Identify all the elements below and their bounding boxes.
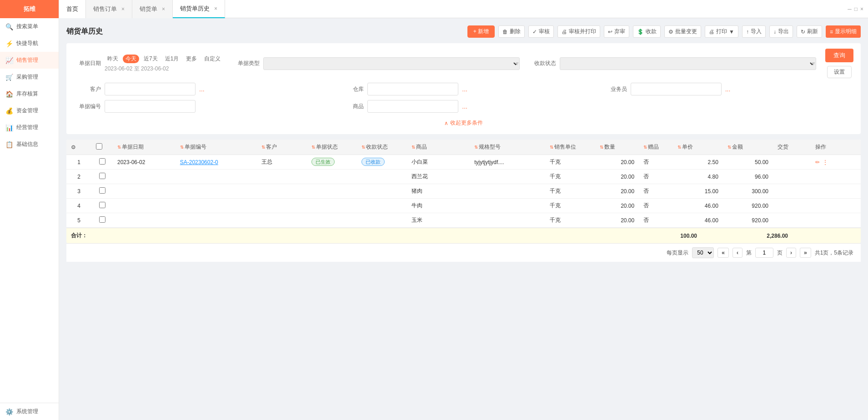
delete-button[interactable]: 🗑 删除 (498, 25, 525, 38)
maximize-btn[interactable]: □ (854, 6, 858, 12)
salesperson-ellipsis-btn[interactable]: ... (725, 85, 731, 93)
sidebar-item-purchase-mgmt[interactable]: 🛒 采购管理 (0, 69, 59, 85)
row-checkbox[interactable] (99, 158, 105, 165)
col-docstatus-header[interactable]: ⇅单据状态 (307, 140, 357, 155)
row-checkbox-cell[interactable] (91, 155, 113, 170)
col-checkbox-header[interactable] (91, 140, 113, 155)
row-docno[interactable] (176, 184, 257, 199)
goods-input[interactable] (367, 100, 458, 113)
col-spec-header[interactable]: ⇅规格型号 (470, 140, 545, 155)
import-button[interactable]: ↑ 导入 (742, 25, 766, 38)
payment-status-select[interactable] (560, 57, 816, 70)
page-size-select[interactable]: 50 (692, 247, 714, 258)
minimize-btn[interactable]: ─ (848, 6, 852, 12)
docno-input[interactable] (105, 100, 196, 113)
last-page-btn[interactable]: » (800, 248, 811, 258)
row-customer (257, 199, 307, 213)
date-tag-yesterday[interactable]: 昨天 (105, 55, 121, 63)
row-checkbox-cell[interactable] (91, 199, 113, 213)
sidebar-item-sys-mgmt[interactable]: ⚙️ 系统管理 (0, 403, 59, 420)
payment-status-dropdown-icon: ▼ (811, 60, 816, 67)
close-btn-window[interactable]: × (860, 6, 863, 12)
audit-print-button[interactable]: 🖨 审核并打印 (557, 25, 600, 38)
sidebar-item-quick-nav[interactable]: ⚡ 快捷导航 (0, 35, 59, 52)
row-checkbox-cell[interactable] (91, 213, 113, 228)
tab-bar: 首页 销售订单 × 销货单 × 销货单历史 × ─ □ × (59, 0, 868, 18)
row-docno[interactable] (176, 170, 257, 184)
tab-sales-goods-close[interactable]: × (162, 6, 165, 12)
doc-no-link[interactable]: SA-20230602-0 (180, 159, 218, 165)
col-customer-header[interactable]: ⇅客户 (257, 140, 307, 155)
tab-sales-goods[interactable]: 销货单 × (132, 0, 173, 18)
tab-home[interactable]: 首页 (59, 0, 86, 18)
tab-sales-history[interactable]: 销货单历史 × (173, 0, 225, 18)
col-price-header[interactable]: ⇅单价 (673, 140, 723, 155)
goods-ellipsis-btn[interactable]: ... (462, 103, 467, 110)
row-num: 3 (66, 184, 91, 199)
col-date-header[interactable]: ⇅单据日期 (113, 140, 176, 155)
collect-button[interactable]: 💲 收款 (633, 25, 661, 38)
collapse-button[interactable]: ∧ 收起更多条件 (74, 117, 853, 129)
page-label-post: 页 (777, 249, 783, 257)
col-qty-header[interactable]: ⇅数量 (595, 140, 639, 155)
col-settings[interactable]: ⚙ (66, 140, 91, 155)
row-trade (773, 184, 811, 199)
more-action-btn[interactable]: ⋮ (823, 159, 828, 165)
customer-input[interactable] (105, 83, 196, 95)
col-paystatus-header[interactable]: ⇅收款状态 (357, 140, 407, 155)
sidebar-item-finance[interactable]: 💰 资金管理 (0, 102, 59, 119)
row-docno[interactable] (176, 213, 257, 228)
first-page-btn[interactable]: « (717, 248, 729, 258)
tab-sales-history-close[interactable]: × (214, 5, 217, 12)
prev-page-btn[interactable]: ‹ (733, 248, 743, 258)
sidebar-item-inventory[interactable]: 🏠 库存核算 (0, 85, 59, 102)
doc-type-select[interactable] (263, 57, 520, 70)
row-checkbox-cell[interactable] (91, 184, 113, 199)
query-button[interactable]: 查询 (825, 49, 853, 62)
row-checkbox[interactable] (99, 202, 105, 208)
audit-button[interactable]: ✓ 审核 (528, 25, 554, 38)
next-page-btn[interactable]: › (786, 248, 796, 258)
customer-ellipsis-btn[interactable]: ... (199, 85, 205, 93)
row-checkbox[interactable] (99, 216, 105, 223)
sidebar-item-sales-mgmt[interactable]: 📈 销售管理 (0, 52, 59, 69)
date-tag-custom[interactable]: 自定义 (201, 55, 223, 63)
row-trade (773, 213, 811, 228)
row-docno[interactable]: SA-20230602-0 (176, 155, 257, 170)
edit-action-btn[interactable]: ✏ (815, 159, 820, 165)
tab-sales-order-close[interactable]: × (121, 6, 125, 12)
set-button[interactable]: 设置 (827, 66, 852, 78)
batch-change-button[interactable]: ⚙ 批量变更 (664, 25, 701, 38)
date-tag-1month[interactable]: 近1月 (162, 55, 182, 63)
row-checkbox-cell[interactable] (91, 170, 113, 184)
row-checkbox[interactable] (99, 187, 105, 194)
print-button[interactable]: 🖨 打印 ▼ (705, 25, 738, 38)
abandon-button[interactable]: ↩ 弃审 (604, 25, 629, 38)
page-number-input[interactable] (755, 248, 773, 258)
salesperson-input[interactable] (631, 83, 722, 95)
tab-sales-order[interactable]: 销售订单 × (86, 0, 132, 18)
summary-total-qty: 100.00 (665, 233, 697, 239)
page-title: 销货单历史 (66, 27, 103, 36)
refresh-button[interactable]: ↻ 刷新 (797, 25, 822, 38)
warehouse-ellipsis-btn[interactable]: ... (462, 85, 467, 93)
sidebar-item-search-menu[interactable]: 🔍 搜索菜单 (0, 18, 59, 35)
sidebar-item-basic-info[interactable]: 📋 基础信息 (0, 136, 59, 153)
select-all-checkbox[interactable] (96, 143, 102, 150)
sidebar-item-operations[interactable]: 📊 经营管理 (0, 119, 59, 136)
row-price: 4.80 (673, 170, 723, 184)
col-docno-header[interactable]: ⇅单据编号 (176, 140, 257, 155)
warehouse-input[interactable] (367, 83, 458, 95)
new-button[interactable]: + 新增 (467, 25, 495, 38)
row-checkbox[interactable] (99, 173, 105, 179)
row-docno[interactable] (176, 199, 257, 213)
date-tag-7days[interactable]: 近7天 (141, 55, 161, 63)
date-tag-today[interactable]: 今天 (123, 55, 139, 63)
col-gift-header[interactable]: ⇅赠品 (639, 140, 672, 155)
show-detail-button[interactable]: ≡ 显示明细 (826, 25, 861, 38)
col-goods-header[interactable]: ⇅商品 (407, 140, 470, 155)
col-unit-header[interactable]: ⇅销售单位 (545, 140, 595, 155)
export-button[interactable]: ↓ 导出 (769, 25, 793, 38)
col-amount-header[interactable]: ⇅金额 (723, 140, 773, 155)
date-tag-more[interactable]: 更多 (183, 55, 200, 63)
